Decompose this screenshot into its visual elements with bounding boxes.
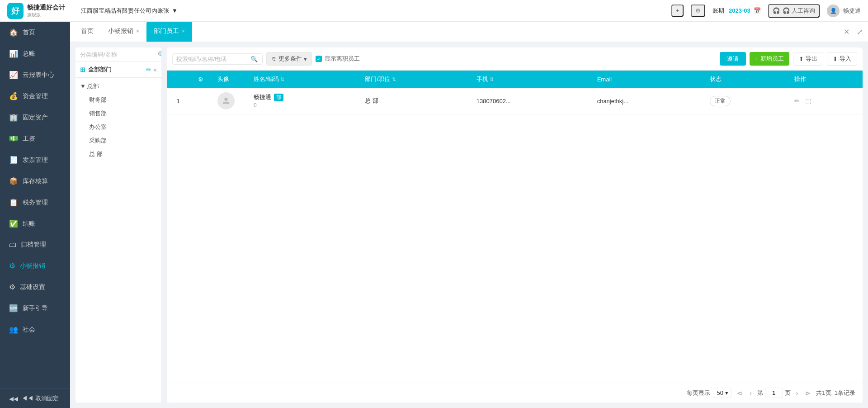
- sidebar-item-funds[interactable]: 💰 资金管理: [0, 85, 70, 107]
- dept-office-label: 办公室: [89, 123, 107, 130]
- funds-icon: 💰: [9, 92, 18, 100]
- tab-dept-employee[interactable]: 部门员工 ×: [146, 22, 192, 42]
- guide-icon: 🆕: [9, 304, 18, 313]
- sidebar-item-home[interactable]: 🏠 首页: [0, 22, 70, 43]
- invoice-icon: 🧾: [9, 156, 18, 164]
- sidebar-item-basic-settings[interactable]: ⚙ 基础设置: [0, 276, 70, 298]
- sidebar-item-social[interactable]: 👥 社会: [0, 319, 70, 340]
- import-button[interactable]: ⬇ 导入: [827, 52, 857, 66]
- period-value[interactable]: 2023-03: [729, 7, 750, 14]
- dept-search-icon[interactable]: 🔍: [158, 51, 161, 58]
- resigned-checkbox[interactable]: ✓: [316, 56, 322, 62]
- add-tab-button[interactable]: +: [671, 5, 684, 17]
- sidebar-item-label: 结账: [23, 220, 35, 228]
- prev-page-button[interactable]: ‹: [748, 389, 754, 398]
- tab-home[interactable]: 首页: [74, 22, 101, 42]
- collapse-dept-btn[interactable]: «: [153, 66, 157, 73]
- action-buttons: ✏ ⬚: [794, 97, 857, 104]
- sidebar-item-inventory[interactable]: 📦 库存核算: [0, 171, 70, 192]
- sidebar-item-guide[interactable]: 🆕 新手引导: [0, 298, 70, 319]
- assets-icon: 🏢: [9, 113, 18, 122]
- name-row: 畅捷通 部: [254, 93, 354, 101]
- col-dept[interactable]: 部门/职位 ⇅: [359, 71, 471, 88]
- cell-email: chanjethkj...: [592, 88, 704, 114]
- col-phone[interactable]: 手机 ⇅: [471, 71, 592, 88]
- cell-index: 1: [167, 88, 189, 114]
- dept-parent-node[interactable]: ▼ 总部: [75, 80, 161, 93]
- sidebar-item-invoice[interactable]: 🧾 发票管理: [0, 149, 70, 171]
- tab-dept-label: 部门员工: [154, 27, 179, 35]
- col-name[interactable]: 姓名/编码 ⇅: [248, 71, 359, 88]
- sidebar-item-archive[interactable]: 🗃 归档管理: [0, 234, 70, 255]
- company-selector[interactable]: 江西服宝精品有限责任公司内账张 ▼: [77, 5, 181, 17]
- settings-button[interactable]: ⚙: [691, 5, 705, 17]
- cancel-fixed-icon: ◀◀: [9, 395, 18, 402]
- col-avatar: 头像: [212, 71, 248, 88]
- grid-icon: ⊞: [80, 66, 85, 73]
- employee-table: ⚙ 头像 姓名/编码 ⇅ 部门/职位 ⇅: [167, 71, 863, 114]
- per-page-select[interactable]: 50 ▾: [714, 388, 731, 398]
- col-settings[interactable]: ⚙: [189, 71, 212, 88]
- tab-dept-close[interactable]: ×: [182, 28, 185, 34]
- page-input-group: 第 页: [757, 388, 791, 398]
- user-area[interactable]: 👤 畅捷通: [827, 5, 861, 17]
- support-button[interactable]: 🎧 🎧 人工咨询: [768, 4, 820, 18]
- add-dept-btn[interactable]: ✏: [146, 66, 151, 73]
- dept-child-purchase[interactable]: 采购部: [75, 134, 161, 147]
- all-dept-label[interactable]: ⊞ 全部部门: [80, 66, 112, 74]
- inventory-icon: 📦: [9, 177, 18, 185]
- employee-toolbar: 🔍 ⚟ 更多条件 ▾ ✓ 显示离职员工 邀请 +: [167, 47, 863, 71]
- sidebar-item-salary[interactable]: 💵 工资: [0, 128, 70, 149]
- add-employee-button[interactable]: + 新增员工: [750, 52, 789, 66]
- sidebar-item-closing[interactable]: ✅ 结账: [0, 213, 70, 234]
- edit-employee-button[interactable]: ✏: [794, 97, 800, 104]
- calendar-icon[interactable]: 📅: [754, 7, 761, 14]
- toolbar-right: 邀请 + 新增员工 ⬆ 导出 ⬇ 导入: [720, 52, 857, 66]
- table-row: 1: [167, 88, 863, 114]
- sidebar-item-reports[interactable]: 📈 云报表中心: [0, 64, 70, 85]
- page-number-input[interactable]: [765, 388, 783, 398]
- plus-icon: +: [676, 7, 679, 14]
- last-page-button[interactable]: ⊳: [803, 389, 812, 398]
- sidebar-item-tax[interactable]: 📋 税务管理: [0, 192, 70, 213]
- tabs-right: ✕ ⤢: [842, 26, 864, 38]
- export-icon: ⬆: [799, 56, 804, 62]
- logo-text-group: 畅捷通好会计 旗舰版: [27, 4, 65, 18]
- logout-employee-button[interactable]: ⬚: [805, 97, 811, 104]
- more-filter-button[interactable]: ⚟ 更多条件 ▾: [266, 52, 312, 66]
- app-logo: 好: [7, 3, 24, 19]
- dept-search-input[interactable]: [80, 51, 156, 58]
- logo-area: 好 畅捷通好会计 旗舰版: [7, 3, 77, 19]
- close-tab-btn[interactable]: ✕: [842, 26, 851, 38]
- dept-actions: ✏ «: [146, 66, 157, 73]
- export-button[interactable]: ⬆ 导出: [793, 52, 823, 66]
- cancel-fixed-button[interactable]: ◀◀ ◀◀ 取消固定: [0, 389, 70, 408]
- sidebar-item-assets[interactable]: 🏢 固定资产: [0, 107, 70, 128]
- sidebar-item-label: 首页: [23, 28, 35, 37]
- sidebar-item-label: 新手引导: [23, 304, 48, 313]
- cell-settings: [189, 88, 212, 114]
- dept-child-finance[interactable]: 财务部: [75, 93, 161, 107]
- cell-avatar: [212, 88, 248, 114]
- employee-search-input[interactable]: [176, 56, 249, 62]
- show-resigned-toggle[interactable]: ✓ 显示离职员工: [316, 55, 360, 63]
- sidebar-item-ledger[interactable]: 📊 总账: [0, 43, 70, 64]
- dept-child-headquarters[interactable]: 总 部: [75, 147, 161, 161]
- tab-expense-close[interactable]: ×: [136, 28, 139, 34]
- sidebar-item-label: 税务管理: [23, 199, 48, 207]
- search-icon[interactable]: 🔍: [250, 56, 258, 62]
- per-page-value: 50: [717, 389, 723, 396]
- expand-tab-btn[interactable]: ⤢: [855, 26, 864, 38]
- dept-child-sales[interactable]: 销售部: [75, 107, 161, 120]
- sidebar-item-expense[interactable]: ⚙ 小畅报销: [0, 255, 70, 276]
- tab-expense[interactable]: 小畅报销 ×: [101, 22, 146, 42]
- dept-tag-badge: 部: [274, 94, 283, 101]
- dept-child-office[interactable]: 办公室: [75, 120, 161, 134]
- first-page-button[interactable]: ⊲: [735, 389, 744, 398]
- dept-headquarters-label: 总 部: [89, 151, 103, 157]
- sort-phone-icon: ⇅: [490, 76, 494, 82]
- sidebar-item-label: 发票管理: [23, 156, 48, 164]
- next-page-button[interactable]: ›: [794, 389, 800, 398]
- sidebar-item-label: 归档管理: [21, 241, 46, 249]
- invite-button[interactable]: 邀请: [720, 52, 746, 66]
